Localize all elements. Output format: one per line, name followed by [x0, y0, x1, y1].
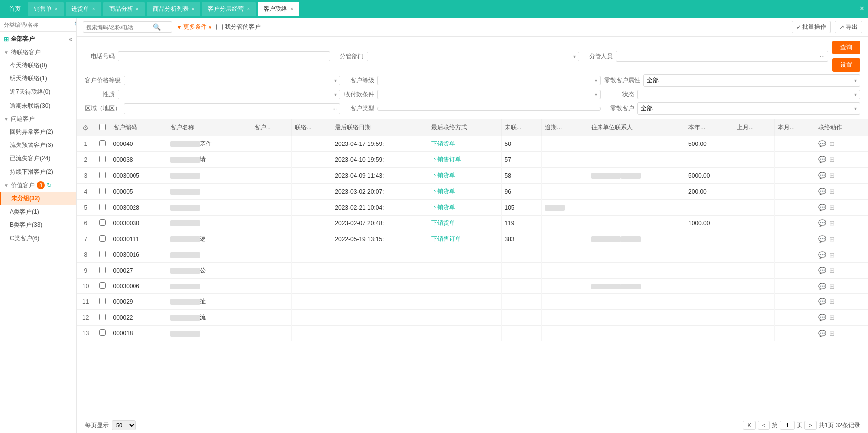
cell-checkbox[interactable] — [95, 326, 110, 341]
sidebar-item-ungroup[interactable]: 未分组(32) — [0, 192, 76, 205]
tab-customer-contact[interactable]: 客户联络 × — [258, 2, 299, 16]
row-checkbox[interactable] — [99, 314, 106, 320]
th-settings[interactable]: ⚙ — [77, 119, 95, 136]
last-method-link[interactable]: 下销货单 — [431, 140, 455, 147]
sidebar-item-7days[interactable]: 近7天待联络(0) — [0, 85, 76, 99]
retail-customer-select[interactable]: 全部 ▾ — [637, 102, 860, 115]
batch-operation-button[interactable]: ✓ 批量操作 — [792, 21, 831, 33]
cell-checkbox[interactable] — [95, 152, 110, 168]
sidebar-item-class-a[interactable]: A类客户(1) — [0, 205, 76, 218]
last-method-link[interactable]: 下销售订单 — [431, 235, 461, 242]
row-checkbox[interactable] — [99, 204, 106, 210]
last-method-link[interactable]: 下销售订单 — [431, 156, 461, 163]
phone-input[interactable] — [118, 51, 330, 61]
close-all-button[interactable]: × — [860, 4, 864, 13]
price-level-select[interactable]: ▾ — [124, 76, 340, 85]
dotdot-icon[interactable]: ··· — [332, 105, 337, 112]
sidebar-group-value[interactable]: ▼ 价值客户 8 ↻ — [0, 179, 76, 192]
chat-icon[interactable]: 💬 — [818, 330, 826, 337]
gender-select[interactable]: ▾ — [118, 90, 340, 99]
my-customer-checkbox[interactable] — [216, 24, 223, 30]
export-button[interactable]: ↗ 导出 — [835, 21, 862, 33]
grid-action-icon[interactable]: ⊞ — [829, 267, 835, 274]
grid-action-icon[interactable]: ⊞ — [829, 283, 835, 290]
row-checkbox[interactable] — [99, 172, 106, 178]
tab-sales[interactable]: 销售单 × — [28, 2, 64, 16]
cell-checkbox[interactable] — [95, 263, 110, 279]
grid-action-icon[interactable]: ⊞ — [829, 204, 835, 211]
tab-purchase[interactable]: 进货单 × — [66, 2, 101, 16]
close-tab-product-analysis[interactable]: × — [136, 6, 139, 12]
grid-action-icon[interactable]: ⊞ — [829, 314, 835, 321]
sidebar-group-problem[interactable]: ▼ 问题客户 — [0, 113, 76, 125]
row-checkbox[interactable] — [99, 251, 106, 257]
cell-checkbox[interactable] — [95, 168, 110, 184]
main-search-icon[interactable]: 🔍 — [153, 23, 161, 31]
grid-action-icon[interactable]: ⊞ — [829, 140, 835, 147]
row-checkbox[interactable] — [99, 298, 106, 304]
last-method-link[interactable]: 下销货单 — [431, 204, 455, 211]
page-size-select[interactable]: 50 100 200 — [112, 420, 136, 430]
dotdot-icon[interactable]: ··· — [820, 53, 825, 60]
cell-checkbox[interactable] — [95, 216, 110, 231]
last-method-link[interactable]: 下销货单 — [431, 219, 455, 226]
cell-checkbox[interactable] — [95, 279, 110, 294]
sidebar-item-class-c[interactable]: C类客户(6) — [0, 232, 76, 245]
settings-icon[interactable]: ⚙ — [82, 124, 89, 132]
grid-action-icon[interactable]: ⊞ — [829, 156, 835, 163]
chat-icon[interactable]: 💬 — [818, 283, 826, 290]
query-button[interactable]: 查询 — [832, 41, 860, 54]
chat-icon[interactable]: 💬 — [818, 172, 826, 179]
th-checkbox[interactable] — [95, 119, 110, 136]
row-checkbox[interactable] — [99, 235, 106, 242]
last-method-link[interactable]: 下销货单 — [431, 172, 455, 179]
customer-type-select[interactable] — [377, 107, 600, 111]
sidebar-item-lost[interactable]: 已流失客户(24) — [0, 152, 76, 165]
cell-checkbox[interactable] — [95, 310, 110, 326]
cell-checkbox[interactable] — [95, 200, 110, 216]
status-select[interactable]: ▾ — [637, 90, 860, 99]
sidebar-item-class-b[interactable]: B类客户(33) — [0, 218, 76, 232]
sidebar-group-pending[interactable]: ▼ 待联络客户 — [0, 46, 76, 59]
collapse-icon[interactable]: « — [69, 36, 72, 43]
cell-checkbox[interactable] — [95, 136, 110, 152]
chat-icon[interactable]: 💬 — [818, 267, 826, 274]
row-checkbox[interactable] — [99, 282, 106, 289]
main-search-input[interactable] — [86, 24, 151, 30]
row-checkbox[interactable] — [99, 156, 106, 162]
last-method-link[interactable]: 下销货单 — [431, 188, 455, 195]
chat-icon[interactable]: 💬 — [818, 156, 826, 163]
home-tab[interactable]: 首页 — [4, 5, 26, 13]
close-tab-customer-contact[interactable]: × — [290, 6, 293, 12]
grid-action-icon[interactable]: ⊞ — [829, 188, 835, 195]
all-customers-header[interactable]: ⊞ 全部客户 « — [0, 32, 76, 46]
select-all-checkbox[interactable] — [99, 124, 106, 130]
cell-checkbox[interactable] — [95, 247, 110, 263]
row-checkbox[interactable] — [99, 329, 106, 336]
grid-action-icon[interactable]: ⊞ — [829, 172, 835, 179]
close-tab-customer-tier[interactable]: × — [247, 6, 250, 12]
tab-product-analysis[interactable]: 商品分析 × — [103, 2, 145, 16]
cell-checkbox[interactable] — [95, 294, 110, 310]
grid-action-icon[interactable]: ⊞ — [829, 330, 835, 337]
close-tab-sales[interactable]: × — [55, 6, 58, 12]
sidebar-item-tomorrow[interactable]: 明天待联络(1) — [0, 72, 76, 85]
tab-product-analysis-list[interactable]: 商品分析列表 × — [147, 2, 200, 16]
region-select[interactable]: ··· — [124, 103, 340, 114]
retail-attr-select[interactable]: 全部 ▾ — [643, 74, 860, 87]
chat-icon[interactable]: 💬 — [818, 140, 826, 147]
grid-action-icon[interactable]: ⊞ — [829, 235, 835, 243]
reset-button[interactable]: 设置 — [832, 58, 860, 72]
row-checkbox[interactable] — [99, 267, 106, 273]
tab-customer-tier[interactable]: 客户分层经营 × — [202, 2, 256, 16]
sidebar-item-loss-warning[interactable]: 流失预警客户(3) — [0, 139, 76, 152]
sidebar-item-repurchase-abnormal[interactable]: 回购异常客户(2) — [0, 125, 76, 139]
row-checkbox[interactable] — [99, 140, 106, 146]
sidebar-item-today[interactable]: 今天待联络(0) — [0, 59, 76, 72]
grid-action-icon[interactable]: ⊞ — [829, 251, 835, 259]
payment-select[interactable]: ▾ — [377, 90, 600, 99]
row-checkbox[interactable] — [99, 188, 106, 194]
grid-action-icon[interactable]: ⊞ — [829, 219, 835, 227]
cell-checkbox[interactable] — [95, 184, 110, 200]
row-checkbox[interactable] — [99, 219, 106, 226]
